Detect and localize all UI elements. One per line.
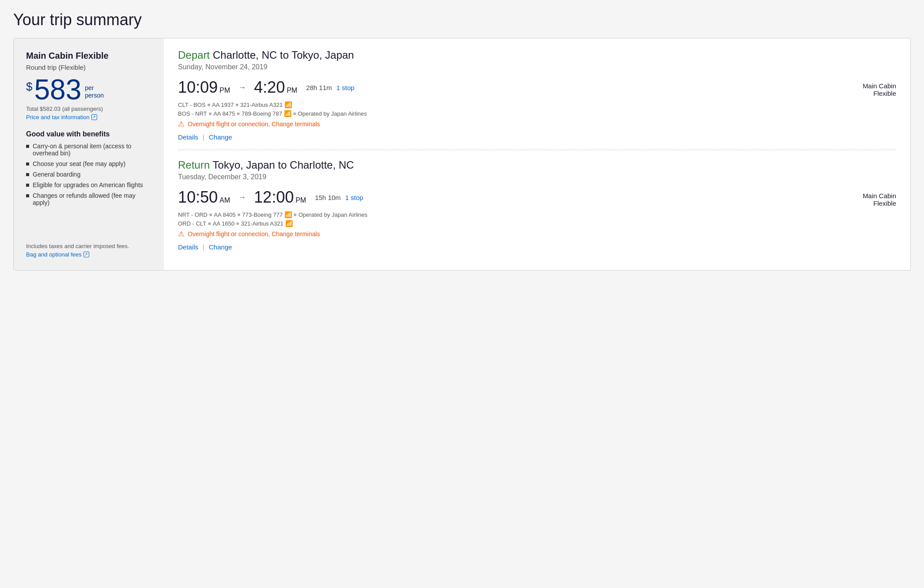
warning-icon: ⚠ xyxy=(178,120,184,128)
return-warning-text: Overnight flight or connection, Change t… xyxy=(188,230,320,237)
return-stops-link[interactable]: 1 stop xyxy=(345,194,364,201)
depart-heading: Depart Charlotte, NC to Tokyo, Japan xyxy=(178,49,896,61)
depart-leg1-route: CLT - BOS xyxy=(178,102,205,108)
return-duration-text: 15h 10m xyxy=(315,194,341,201)
return-leg1-row: NRT - ORD ■ AA 8405 ■ 773-Boeing 777 📶 ■… xyxy=(178,211,896,218)
benefit-item: Changes or refunds allowed (fee may appl… xyxy=(26,192,151,206)
left-bottom: Includes taxes and carrier imposed fees.… xyxy=(26,234,151,258)
depart-time-block: 10:09 PM xyxy=(178,78,230,97)
arrive-time: 4:20 xyxy=(254,78,285,97)
wifi-icon: 📶 xyxy=(285,220,293,227)
return-times-row: 10:50 AM → 12:00 PM 15h 10m 1 stop xyxy=(178,188,848,207)
depart-change-link[interactable]: Change xyxy=(209,133,232,141)
left-top: Main Cabin Flexible Round trip (Flexible… xyxy=(26,51,151,210)
right-panel: Depart Charlotte, NC to Tokyo, Japan Sun… xyxy=(164,38,910,270)
return-leg2-aircraft: 321-Airbus A321 xyxy=(241,220,284,227)
return-change-link[interactable]: Change xyxy=(209,243,232,251)
depart-time: 10:09 xyxy=(178,78,218,97)
return-cabin-type: Main CabinFlexible xyxy=(848,192,896,207)
return-depart-ampm: AM xyxy=(220,196,230,204)
bag-fees-link[interactable]: Bag and optional fees ↗ xyxy=(26,251,151,258)
depart-leg1-row: CLT - BOS ■ AA 1937 ■ 321-Airbus A321 📶 xyxy=(178,101,896,108)
price-number: 583 xyxy=(34,75,81,104)
wifi-icon: 📶 xyxy=(284,211,292,218)
price-row: $ 583 perperson xyxy=(26,75,151,104)
benefits-title: Good value with benefits xyxy=(26,130,151,138)
external-link-icon: ↗ xyxy=(83,252,89,257)
return-actions-row: Details | Change xyxy=(178,243,896,251)
duration-text: 28h 11m xyxy=(306,84,332,91)
dollar-sign: $ xyxy=(26,80,32,94)
depart-direction: Depart xyxy=(178,49,210,61)
warning-icon: ⚠ xyxy=(178,230,184,238)
benefit-item: Choose your seat (fee may apply) xyxy=(26,160,151,167)
cabin-title: Main Cabin Flexible xyxy=(26,51,151,61)
arrive-ampm: PM xyxy=(287,87,297,94)
return-depart-time-block: 10:50 AM xyxy=(178,188,230,207)
return-arrive-time-block: 12:00 PM xyxy=(254,188,306,207)
depart-times-row: 10:09 PM → 4:20 PM 28h 11m 1 stop xyxy=(178,78,848,97)
total-price: Total $582.03 (all passengers) xyxy=(26,106,151,112)
return-depart-time: 10:50 xyxy=(178,188,218,207)
return-warning-row: ⚠ Overnight flight or connection, Change… xyxy=(178,230,896,238)
return-heading: Return Tokyo, Japan to Charlotte, NC xyxy=(178,159,896,171)
depart-route-text: Charlotte, NC to Tokyo, Japan xyxy=(213,49,354,61)
bullet-icon xyxy=(26,173,29,176)
depart-ampm: PM xyxy=(220,87,230,94)
taxes-note: Includes taxes and carrier imposed fees. xyxy=(26,243,151,249)
depart-leg2-route: BOS - NRT xyxy=(178,110,207,117)
arrow-icon: → xyxy=(238,193,246,202)
depart-leg1-flight: AA 1937 xyxy=(212,102,234,108)
return-leg2-route: ORD - CLT xyxy=(178,220,206,227)
wifi-icon: 📶 xyxy=(284,101,292,108)
price-tax-link[interactable]: Price and tax information ↗ xyxy=(26,114,151,121)
per-person: perperson xyxy=(85,84,104,99)
duration-stops: 28h 11m 1 stop xyxy=(306,84,354,91)
depart-actions-row: Details | Change xyxy=(178,133,896,141)
return-date: Tuesday, December 3, 2019 xyxy=(178,173,896,181)
round-trip-label: Round trip (Flexible) xyxy=(26,64,151,71)
depart-date: Sunday, November 24, 2019 xyxy=(178,63,896,71)
benefit-item: Carry-on & personal item (access to over… xyxy=(26,143,151,157)
bullet-icon xyxy=(26,184,29,187)
depart-leg2-aircraft: 789-Boeing 787 xyxy=(242,110,282,117)
return-direction: Return xyxy=(178,159,210,171)
bullet-icon xyxy=(26,145,29,148)
return-leg2-row: ORD - CLT ■ AA 1650 ■ 321-Airbus A321 📶 xyxy=(178,220,896,227)
return-arrive-time: 12:00 xyxy=(254,188,294,207)
return-leg2-flight: AA 1650 xyxy=(213,220,235,227)
depart-leg2-row: BOS - NRT ■ AA 8475 ■ 789-Boeing 787 📶 ■… xyxy=(178,110,896,117)
return-leg1-aircraft: 773-Boeing 777 xyxy=(242,211,283,218)
return-leg1-flight: AA 8405 xyxy=(214,211,235,218)
benefit-item: General boarding xyxy=(26,171,151,178)
benefit-item: Eligible for upgrades on American flight… xyxy=(26,181,151,188)
depart-leg2-operator: Operated by Japan Airlines xyxy=(298,110,367,117)
wifi-icon: 📶 xyxy=(284,110,292,117)
depart-cabin-type: Main CabinFlexible xyxy=(848,82,896,97)
depart-warning-row: ⚠ Overnight flight or connection, Change… xyxy=(178,120,896,128)
return-leg1-route: NRT - ORD xyxy=(178,211,208,218)
return-duration-stops: 15h 10m 1 stop xyxy=(315,194,363,201)
bullet-icon xyxy=(26,194,29,197)
trip-card: Main Cabin Flexible Round trip (Flexible… xyxy=(13,38,911,271)
depart-details-link[interactable]: Details xyxy=(178,133,198,141)
arrow-icon: → xyxy=(238,83,246,92)
return-arrive-ampm: PM xyxy=(295,196,306,204)
depart-leg1-aircraft: 321-Airbus A321 xyxy=(240,102,283,108)
depart-warning-text: Overnight flight or connection, Change t… xyxy=(188,121,320,128)
depart-section: Depart Charlotte, NC to Tokyo, Japan Sun… xyxy=(178,49,896,150)
arrive-time-block: 4:20 PM xyxy=(254,78,297,97)
stops-link[interactable]: 1 stop xyxy=(337,84,355,91)
return-route-text: Tokyo, Japan to Charlotte, NC xyxy=(212,159,354,171)
return-leg1-operator: Operated by Japan Airlines xyxy=(299,211,367,218)
page-title: Your trip summary xyxy=(13,11,911,29)
depart-leg2-flight: AA 8475 xyxy=(213,110,235,117)
benefits-list: Carry-on & personal item (access to over… xyxy=(26,143,151,206)
return-section: Return Tokyo, Japan to Charlotte, NC Tue… xyxy=(178,150,896,260)
bullet-icon xyxy=(26,162,29,166)
return-details-link[interactable]: Details xyxy=(178,243,198,251)
left-panel: Main Cabin Flexible Round trip (Flexible… xyxy=(14,38,164,270)
external-link-icon: ↗ xyxy=(91,114,97,120)
